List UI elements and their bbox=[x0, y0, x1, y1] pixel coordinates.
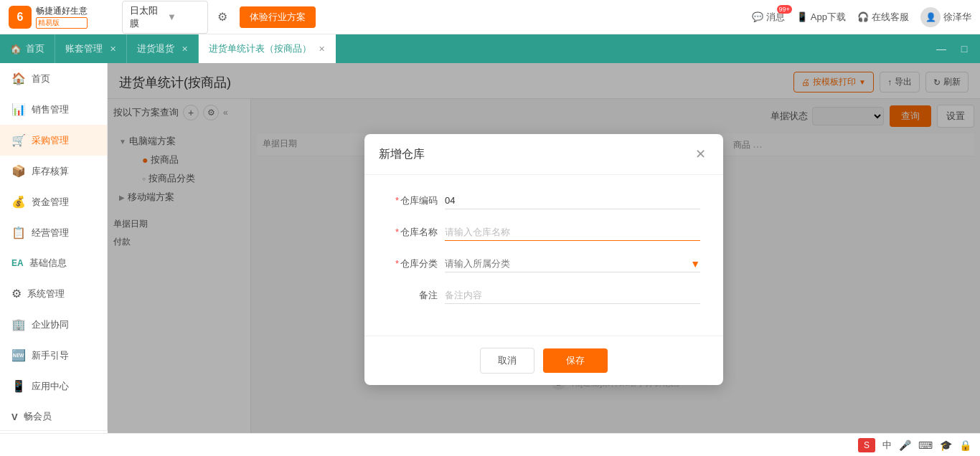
close-tab-account[interactable]: ✕ bbox=[110, 44, 116, 54]
sidebar-item-vip[interactable]: V 畅会员 bbox=[0, 402, 107, 432]
lock-btn[interactable]: 🔒 bbox=[959, 440, 971, 451]
sales-icon: 📊 bbox=[11, 103, 26, 116]
inventory-icon: 📦 bbox=[11, 164, 26, 178]
category-dropdown-icon[interactable]: ▼ bbox=[690, 258, 700, 270]
sidebar-item-finance[interactable]: 💰 资金管理 bbox=[0, 186, 107, 217]
category-label: 仓库分类 bbox=[387, 257, 445, 270]
logo-area: 6 畅捷通好生意 精易版 bbox=[9, 5, 116, 29]
home-icon: 🏠 bbox=[11, 72, 26, 85]
nav-tabs-controls: — □ bbox=[931, 34, 980, 63]
system-icon: ⚙ bbox=[11, 287, 22, 300]
note-label: 备注 bbox=[387, 289, 445, 302]
form-row-note: 备注 bbox=[387, 287, 700, 304]
close-tab-purchase-return[interactable]: ✕ bbox=[182, 44, 188, 54]
message-icon: 💬 bbox=[752, 11, 763, 22]
tab-account[interactable]: 账套管理 ✕ bbox=[55, 34, 127, 63]
sidebar-item-home[interactable]: 🏠 首页 bbox=[0, 63, 107, 94]
maximize-window-btn[interactable]: □ bbox=[954, 39, 974, 59]
warehouse-name-input[interactable] bbox=[445, 224, 700, 241]
sidebar-item-inventory[interactable]: 📦 库存核算 bbox=[0, 156, 107, 186]
tab-home[interactable]: 🏠 首页 bbox=[0, 34, 55, 63]
dialog-new-warehouse: 新增仓库 ✕ 仓库编码 仓库名称 bbox=[364, 134, 723, 385]
main-content: 进货单统计(按商品) 🖨 按模板打印 ▼ ↑ 导出 ↻ 刷新 bbox=[108, 63, 980, 456]
basic-icon: EA bbox=[11, 258, 24, 268]
dialog-footer: 取消 保存 bbox=[364, 336, 723, 385]
sidebar-item-enterprise[interactable]: 🏢 企业协同 bbox=[0, 309, 107, 340]
category-input[interactable] bbox=[445, 255, 690, 272]
header-right: 💬 消息 99+ 📱 App下载 🎧 在线客服 👤 徐泽华 bbox=[752, 7, 971, 27]
name-label: 仓库名称 bbox=[387, 226, 445, 239]
store-selector[interactable]: 日太阳膜 ▼ bbox=[122, 1, 208, 34]
code-label: 仓库编码 bbox=[387, 194, 445, 207]
s-logo: S bbox=[858, 438, 875, 452]
sidebar-item-purchase[interactable]: 🛒 采购管理 bbox=[0, 125, 107, 156]
main-layout: 🏠 首页 📊 销售管理 🛒 采购管理 📦 库存核算 💰 资金管理 📋 经营管理 … bbox=[0, 63, 980, 456]
enterprise-icon: 🏢 bbox=[11, 318, 26, 331]
dialog-body: 仓库编码 仓库名称 仓库分类 ▼ bbox=[364, 175, 723, 336]
notification-badge: 99+ bbox=[777, 5, 792, 14]
tab-purchase-stats[interactable]: 进货单统计表（按商品） ✕ bbox=[199, 34, 336, 63]
form-row-code: 仓库编码 bbox=[387, 192, 700, 209]
dialog-title: 新增仓库 bbox=[379, 147, 425, 162]
zh-btn[interactable]: 中 bbox=[882, 439, 892, 452]
tab-purchase-return[interactable]: 进货退货 ✕ bbox=[127, 34, 199, 63]
operations-icon: 📋 bbox=[11, 226, 26, 239]
app-download-btn[interactable]: 📱 App下载 bbox=[796, 11, 846, 24]
warehouse-code-input[interactable] bbox=[445, 192, 700, 209]
hat-btn[interactable]: 🎓 bbox=[940, 440, 952, 451]
nav-tabs: 🏠 首页 账套管理 ✕ 进货退货 ✕ 进货单统计表（按商品） ✕ — □ bbox=[0, 34, 980, 63]
messages-btn[interactable]: 💬 消息 99+ bbox=[752, 11, 785, 24]
cancel-button[interactable]: 取消 bbox=[480, 348, 534, 374]
category-select-wrap: ▼ bbox=[445, 255, 700, 272]
apps-icon: 📱 bbox=[11, 379, 26, 393]
online-service-btn[interactable]: 🎧 在线客服 bbox=[857, 11, 909, 24]
guide-icon: 🆕 bbox=[11, 348, 26, 362]
sidebar-item-system[interactable]: ⚙ 系统管理 bbox=[0, 278, 107, 309]
keyboard-btn[interactable]: ⌨ bbox=[918, 440, 933, 451]
sidebar-item-operations[interactable]: 📋 经营管理 bbox=[0, 217, 107, 248]
finance-icon: 💰 bbox=[11, 195, 26, 209]
sidebar-item-sales[interactable]: 📊 销售管理 bbox=[0, 94, 107, 125]
mic-btn[interactable]: 🎤 bbox=[899, 440, 911, 451]
avatar-icon: 👤 bbox=[925, 12, 936, 22]
logo-badge: 精易版 bbox=[36, 17, 88, 29]
note-input[interactable] bbox=[445, 287, 700, 304]
dialog-close-btn[interactable]: ✕ bbox=[692, 146, 709, 163]
user-profile[interactable]: 👤 徐泽华 bbox=[920, 7, 971, 27]
form-row-category: 仓库分类 ▼ bbox=[387, 255, 700, 272]
store-name: 日太阳膜 bbox=[130, 4, 163, 30]
bottom-footer: S 中 🎤 ⌨ 🎓 🔒 bbox=[0, 433, 980, 456]
purchase-icon: 🛒 bbox=[11, 133, 26, 147]
form-row-name: 仓库名称 bbox=[387, 224, 700, 241]
headset-icon: 🎧 bbox=[857, 11, 869, 22]
save-button[interactable]: 保存 bbox=[543, 348, 608, 373]
dialog-header: 新增仓库 ✕ bbox=[364, 134, 723, 175]
sidebar-item-apps[interactable]: 📱 应用中心 bbox=[0, 371, 107, 402]
phone-icon: 📱 bbox=[796, 11, 808, 22]
top-header: 6 畅捷通好生意 精易版 日太阳膜 ▼ ⚙ 体验行业方案 💬 消息 99+ 📱 … bbox=[0, 0, 980, 34]
dropdown-arrow-icon: ▼ bbox=[167, 11, 200, 22]
trial-button[interactable]: 体验行业方案 bbox=[240, 6, 316, 28]
sidebar-item-basic[interactable]: EA 基础信息 bbox=[0, 248, 107, 278]
user-name: 徐泽华 bbox=[943, 11, 971, 24]
vip-icon: V bbox=[11, 412, 18, 422]
s-logo-icon: S bbox=[864, 440, 870, 450]
avatar: 👤 bbox=[920, 7, 941, 27]
close-tab-purchase-stats[interactable]: ✕ bbox=[319, 44, 325, 54]
sidebar-item-guide[interactable]: 🆕 新手引导 bbox=[0, 340, 107, 371]
minimize-window-btn[interactable]: — bbox=[931, 39, 951, 59]
dialog-overlay: 新增仓库 ✕ 仓库编码 仓库名称 bbox=[108, 63, 980, 456]
gear-button[interactable]: ⚙ bbox=[211, 6, 234, 29]
sidebar: 🏠 首页 📊 销售管理 🛒 采购管理 📦 库存核算 💰 资金管理 📋 经营管理 … bbox=[0, 63, 108, 456]
logo-icon: 6 bbox=[9, 6, 32, 29]
logo-text: 畅捷通好生意 精易版 bbox=[36, 5, 88, 29]
